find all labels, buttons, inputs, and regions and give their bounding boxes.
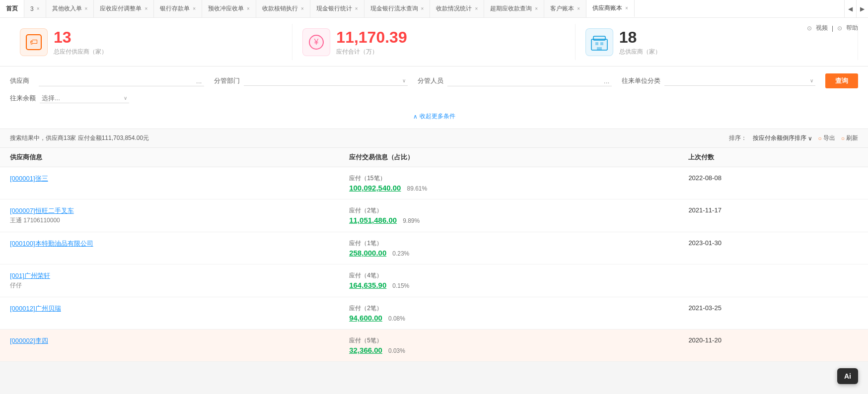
payable-amount-link[interactable]: 11,051,486.00: [349, 216, 397, 224]
close-tab-advance-offset[interactable]: ×: [247, 6, 250, 11]
collapse-label: 收起更多条件: [420, 112, 455, 121]
payable-info-cell: 应付（1笔） 258,000.00 0.23%: [349, 239, 688, 257]
category-dropdown-icon[interactable]: ∨: [810, 78, 813, 83]
payable-ratio: 89.61%: [407, 185, 427, 192]
stat-number-total-suppliers: 18: [619, 28, 661, 47]
search-button[interactable]: 查询: [825, 73, 858, 88]
nav-tab-customer-account[interactable]: 客户账本 ×: [544, 0, 586, 17]
stats-bar: 🏷 13 总应付供应商（家） ¥ 11,170.39 应付合计（万）: [0, 18, 868, 66]
balance-input[interactable]: [42, 94, 124, 102]
nav-tab-supplier-account[interactable]: 供应商账本 ×: [586, 0, 635, 17]
supplier-name-link[interactable]: [000100]本特勤油品有限公司: [10, 239, 349, 248]
table-row: [000001]张三 应付（15笔） 100,092,540.00 89.61%…: [0, 167, 868, 199]
last-payment-date: 2023-01-30: [688, 239, 722, 247]
supplier-name-link[interactable]: [000012]广州贝瑞: [10, 304, 349, 313]
nav-tab-collection-verify[interactable]: 收款核销执行 ×: [256, 0, 310, 17]
department-dropdown-icon[interactable]: ∨: [402, 78, 406, 83]
close-tab-collection-verify[interactable]: ×: [301, 6, 304, 11]
payable-amount-link[interactable]: 100,092,540.00: [349, 184, 401, 192]
nav-tab-cash-bank-flow-label: 现金银行流水查询: [370, 4, 418, 13]
payable-row: 11,051,486.00 9.89%: [349, 216, 688, 224]
nav-tab-advance-offset[interactable]: 预收冲应收单 ×: [202, 0, 256, 17]
supplier-name-link[interactable]: [000001]张三: [10, 174, 349, 183]
person-input-wrapper: ...: [447, 76, 612, 86]
nav-tab-3-label: 3: [30, 5, 34, 12]
payable-info-cell: 应付（4笔） 164,635.90 0.15%: [349, 271, 688, 289]
supplier-info-cell: [001]广州荣轩 仔仔: [10, 271, 349, 290]
supplier-sub: 王通 17106110000: [10, 216, 349, 225]
table-area: 供应商信息 应付交易信息（占比） 上次付数 [000001]张三 应付（15笔）…: [0, 148, 868, 362]
balance-dropdown-icon[interactable]: ∨: [124, 95, 127, 101]
supplier-input[interactable]: [41, 77, 196, 84]
nav-right-arrow[interactable]: ▶: [856, 0, 868, 18]
close-tab-bank-deposit[interactable]: ×: [193, 6, 196, 11]
nav-tab-bank-deposit[interactable]: 银行存款单 ×: [154, 0, 202, 17]
last-payment-cell: 2020-11-20: [688, 336, 858, 344]
department-field: 分管部门 ∨: [214, 76, 408, 86]
close-tab-overdue-query[interactable]: ×: [535, 6, 538, 11]
last-payment-cell: 2021-11-17: [688, 206, 858, 214]
nav-tab-home[interactable]: 首页: [0, 0, 24, 17]
supplier-input-wrapper: ...: [39, 76, 204, 86]
search-area: 供应商 ... 分管部门 ∨ 分管人员 ... 往来单位分类 ∨: [0, 66, 868, 129]
payable-count: 应付（4笔）: [349, 271, 688, 280]
payable-amount-link[interactable]: 32,366.00: [349, 346, 382, 354]
payable-info-cell: 应付（15笔） 100,092,540.00 89.61%: [349, 174, 688, 192]
close-tab-other-income[interactable]: ×: [85, 6, 88, 11]
department-input[interactable]: [246, 77, 403, 84]
close-tab-customer-account[interactable]: ×: [577, 6, 580, 11]
payable-amount-link[interactable]: 164,635.90: [349, 281, 386, 289]
close-tab-supplier-account[interactable]: ×: [625, 5, 628, 11]
last-payment-date: 2021-03-25: [688, 304, 722, 312]
person-dots-icon[interactable]: ...: [604, 77, 610, 85]
supplier-name-link[interactable]: [000002]李四: [10, 336, 349, 345]
nav-tab-cash-bank-stat[interactable]: 现金银行统计 ×: [310, 0, 364, 17]
close-tab-cash-bank-stat[interactable]: ×: [355, 6, 358, 11]
sort-label: 排序：: [729, 134, 747, 142]
close-tab-ap-adjust[interactable]: ×: [145, 6, 147, 11]
stat-content-total-suppliers: 18 总供应商（家）: [619, 28, 661, 56]
category-input[interactable]: [666, 77, 810, 84]
sort-select[interactable]: 按应付余额倒序排序 ∨: [753, 134, 812, 142]
supplier-dots-icon[interactable]: ...: [196, 77, 202, 85]
last-payment-cell: 2021-03-25: [688, 304, 858, 312]
nav-tab-collection-stat[interactable]: 收款情况统计 ×: [430, 0, 484, 17]
nav-tab-cash-bank-stat-label: 现金银行统计: [316, 4, 352, 13]
close-tab-cash-bank-flow[interactable]: ×: [421, 6, 424, 11]
payable-row: 100,092,540.00 89.61%: [349, 184, 688, 192]
close-tab-3[interactable]: ×: [37, 6, 40, 11]
export-button[interactable]: ○ 导出: [818, 134, 835, 142]
supplier-name-link[interactable]: [000007]恒旺二手叉车: [10, 206, 349, 215]
last-payment-date: 2020-11-20: [688, 336, 722, 344]
nav-tab-overdue-query[interactable]: 超期应收款查询 ×: [484, 0, 544, 17]
export-icon: ○: [818, 135, 822, 142]
nav-tab-customer-account-label: 客户账本: [550, 4, 574, 13]
supplier-name-link[interactable]: [001]广州荣轩: [10, 271, 349, 280]
supplier-sub: 仔仔: [10, 281, 349, 290]
payable-amount-link[interactable]: 258,000.00: [349, 249, 386, 257]
refresh-label: 刷新: [846, 134, 858, 142]
nav-tab-other-income[interactable]: 其他收入单 ×: [46, 0, 94, 17]
collapse-button[interactable]: ∧ 收起更多条件: [10, 110, 858, 123]
balance-field: 往来余额 ∨: [10, 93, 129, 103]
search-row-1: 供应商 ... 分管部门 ∨ 分管人员 ... 往来单位分类 ∨: [10, 73, 858, 88]
payable-row: 32,366.00 0.03%: [349, 346, 688, 354]
last-payment-date: 2022-08-08: [688, 174, 722, 182]
payable-amount-link[interactable]: 94,600.00: [349, 314, 382, 322]
link-separator: |: [832, 25, 833, 32]
video-link[interactable]: 视频: [816, 24, 828, 32]
payable-row: 94,600.00 0.08%: [349, 314, 688, 322]
category-field: 往来单位分类 ∨: [622, 76, 816, 86]
payable-count: 应付（2笔）: [349, 304, 688, 313]
header-payable-info: 应付交易信息（占比）: [349, 153, 688, 162]
close-tab-collection-stat[interactable]: ×: [475, 6, 478, 11]
person-input[interactable]: [449, 77, 604, 84]
help-link[interactable]: 帮助: [846, 24, 858, 32]
top-navigation: 首页 3 × 其他收入单 × 应收应付调整单 × 银行存款单 × 预收冲应收单 …: [0, 0, 868, 18]
nav-tab-ap-adjust[interactable]: 应收应付调整单 ×: [94, 0, 154, 17]
nav-tab-cash-bank-flow[interactable]: 现金银行流水查询 ×: [364, 0, 431, 17]
nav-tab-3[interactable]: 3 ×: [24, 0, 46, 17]
refresh-button[interactable]: ○ 刷新: [841, 134, 858, 142]
nav-left-arrow[interactable]: ◀: [844, 0, 856, 18]
sort-value: 按应付余额倒序排序: [753, 134, 806, 142]
